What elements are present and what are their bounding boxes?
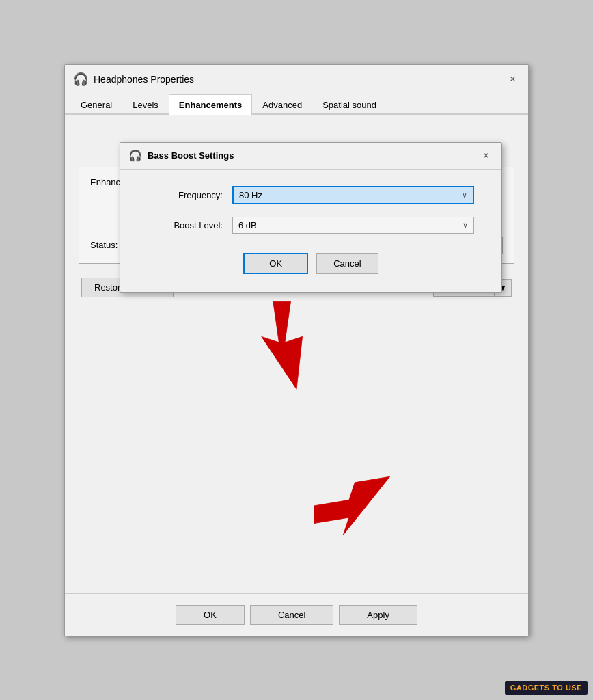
svg-marker-0 [262,301,303,389]
boost-level-label: Boost Level: [148,220,223,230]
dialog-ok-button[interactable]: OK [243,253,308,274]
tab-advanced[interactable]: Advanced [252,94,312,115]
tab-enhancements[interactable]: Enhancements [169,94,252,115]
bass-boost-dialog: 🎧 Bass Boost Settings × Frequency: 80 Hz… [120,142,502,293]
dialog-body: Frequency: 80 Hz ∨ Boost Level: 6 dB ∨ [120,170,501,292]
dialog-title: Bass Boost Settings [148,150,479,161]
tab-spatial-sound[interactable]: Spatial sound [312,94,387,115]
dialog-cancel-button[interactable]: Cancel [316,253,378,274]
dialog-close-button[interactable]: × [479,148,493,163]
frequency-chevron-icon: ∨ [462,191,467,200]
tab-general[interactable]: General [70,94,122,115]
frequency-row: Frequency: 80 Hz ∨ [148,186,474,204]
frequency-dropdown[interactable]: 80 Hz ∨ [232,186,474,204]
arrow-down-left [314,476,390,535]
svg-marker-1 [314,476,390,535]
main-close-button[interactable]: × [506,72,520,87]
dialog-headphones-icon: 🎧 [128,149,142,162]
content-area: Enhancement Properties Description: Boos… [65,115,528,593]
main-ok-button[interactable]: OK [176,605,245,625]
watermark: GADGETS TO USE [505,681,588,695]
frequency-value: 80 Hz [239,190,262,200]
boost-level-dropdown[interactable]: 6 dB ∨ [232,217,474,234]
tab-levels[interactable]: Levels [122,94,169,115]
tabs-bar: General Levels Enhancements Advanced Spa… [65,94,528,115]
main-window-title: Headphones Properties [94,74,506,85]
arrow-up-left [262,301,303,389]
main-cancel-button[interactable]: Cancel [250,605,333,625]
watermark-text1: GADGETS [510,684,550,692]
boost-level-row: Boost Level: 6 dB ∨ [148,217,474,234]
frequency-label: Frequency: [148,190,223,200]
dialog-title-bar: 🎧 Bass Boost Settings × [120,143,501,170]
main-title-bar: 🎧 Headphones Properties × [65,65,528,94]
main-window: 🎧 Headphones Properties × General Levels… [64,64,529,636]
boost-level-value: 6 dB [238,220,257,230]
main-apply-button[interactable]: Apply [339,605,417,625]
dialog-overlay: 🎧 Bass Boost Settings × Frequency: 80 Hz… [65,115,528,593]
main-bottom-buttons: OK Cancel Apply [65,593,528,636]
watermark-text2: TO USE [550,684,582,692]
dialog-buttons: OK Cancel [148,246,474,278]
headphones-icon: 🎧 [73,72,88,87]
boost-level-chevron-icon: ∨ [463,221,468,230]
